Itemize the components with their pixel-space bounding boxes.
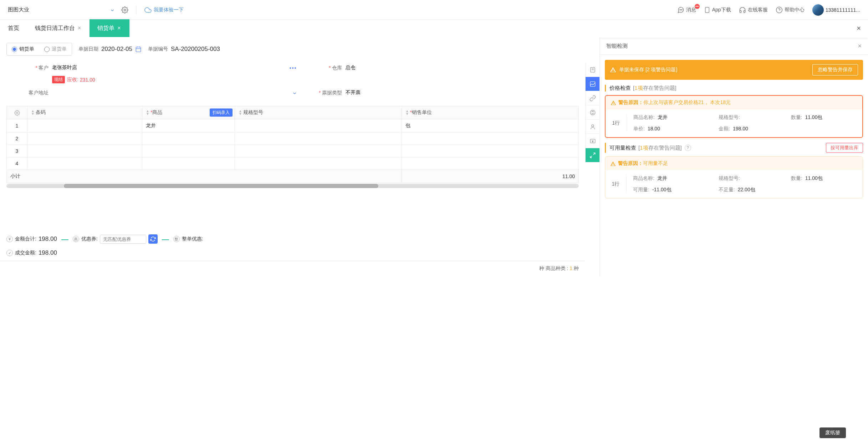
messages-link[interactable]: 消息 ••• <box>677 6 696 14</box>
items-table: ▲▼条码 ▲▼*商品扫码录入 ▲▼规格型号 ▲▼*销售单位 1 龙井 包2 3 … <box>6 106 579 183</box>
price-warning-header: 警告原因：你上次与该客户交易价格21， 本次18元 <box>606 96 862 109</box>
help-center-link[interactable]: 帮助中心 <box>776 6 805 14</box>
subtotal-label: 小计 <box>7 170 402 183</box>
kinds-label: 商品种类 : <box>546 265 568 271</box>
promo-link[interactable]: 我要体验一下 <box>144 6 184 14</box>
cell-unit[interactable] <box>402 145 578 157</box>
warning-icon <box>611 99 616 105</box>
cell-unit[interactable] <box>402 157 578 170</box>
amount-value: 198.00 <box>39 235 57 243</box>
sidebar-yen-icon[interactable] <box>586 134 599 148</box>
settle-tag: 现结 <box>52 76 65 83</box>
table-row[interactable]: 4 <box>7 157 579 170</box>
tab-sales[interactable]: 销货单 × <box>90 19 129 37</box>
tab-home[interactable]: 首页 <box>0 19 27 37</box>
sort-icon: ▲▼ <box>405 110 409 115</box>
user-menu[interactable]: 13381111111... <box>812 4 860 16</box>
cell-spec[interactable] <box>235 145 402 157</box>
cell-barcode[interactable] <box>27 119 142 133</box>
ignore-save-button[interactable]: 忽略警告并保存 <box>812 64 858 76</box>
sidebar-swap-icon[interactable] <box>586 105 599 120</box>
warehouse-input[interactable] <box>346 63 593 72</box>
help-icon[interactable]: ? <box>685 145 691 151</box>
cell-barcode[interactable] <box>27 157 142 170</box>
cell-spec[interactable] <box>235 119 402 133</box>
cell-unit[interactable] <box>402 133 578 145</box>
col-spec[interactable]: ▲▼规格型号 <box>235 106 402 119</box>
radio-return[interactable]: 退货单 <box>39 43 72 55</box>
cell-product[interactable] <box>142 157 235 170</box>
deal-value: 198.00 <box>39 249 57 256</box>
row-number: 1行 <box>606 114 627 132</box>
sidebar-chart-icon[interactable] <box>586 77 599 91</box>
radio-sales[interactable]: 销货单 <box>7 43 39 55</box>
sidebar-person-icon[interactable] <box>586 120 599 134</box>
kinds-value: 1 <box>570 265 572 271</box>
totals: ¥ 金额合计: 198.00 — 惠 优惠券: — 整 整单优惠: <box>0 230 585 261</box>
close-icon[interactable]: × <box>858 42 862 50</box>
col-settings[interactable] <box>7 106 27 119</box>
smart-check-panel: 智能检测 × 单据未保存 [2 项警告问题] 忽略警告并保存 价格检查 [1项存… <box>599 38 868 276</box>
scan-button[interactable]: 扫码录入 <box>210 109 233 117</box>
stock-warning-body: 1行 商品名称:龙井 规格型号: 数量:11.00包 可用量:-11.00包 不… <box>605 170 863 198</box>
close-icon[interactable]: × <box>117 25 121 31</box>
price-check-section: 价格检查 [1项存在警告问题] 警告原因：你上次与该客户交易价格21， 本次18… <box>605 85 863 138</box>
radio-sales-input[interactable] <box>12 47 17 52</box>
tab-dashboard[interactable]: 钱货日清工作台 × <box>27 19 90 37</box>
col-product[interactable]: ▲▼*商品扫码录入 <box>142 106 235 119</box>
table-row[interactable]: 3 <box>7 145 579 157</box>
cell-product[interactable] <box>142 133 235 145</box>
price-warning-body: 1行 商品名称:龙井 规格型号: 数量:11.00包 单价:18.00 金额:1… <box>606 109 862 137</box>
cell-spec[interactable] <box>235 157 402 170</box>
stock-action-button[interactable]: 按可用量出库 <box>826 143 863 153</box>
promo-text: 我要体验一下 <box>154 7 184 13</box>
panel-title: 智能检测 <box>606 43 628 50</box>
svg-rect-8 <box>136 47 141 52</box>
sidebar-doc-icon[interactable] <box>586 63 599 77</box>
cell-product[interactable] <box>142 145 235 157</box>
address-label: 客户地址 <box>6 90 52 96</box>
sidebar-link-icon[interactable] <box>586 91 599 105</box>
svg-point-3 <box>681 10 682 10</box>
address-input[interactable] <box>52 88 289 97</box>
close-icon[interactable]: × <box>77 25 82 31</box>
stock-warning-header: 警告原因：可用量不足 <box>605 157 863 170</box>
more-icon[interactable]: ••• <box>287 65 300 71</box>
messages-label: 消息 <box>686 7 696 13</box>
online-service-link[interactable]: 在线客服 <box>739 6 768 14</box>
invoice-input[interactable] <box>346 88 593 97</box>
number-value: SA-20200205-003 <box>171 46 220 53</box>
chevron-down-icon[interactable] <box>289 90 300 95</box>
app-download-link[interactable]: App下载 <box>704 6 731 14</box>
refresh-button[interactable] <box>148 234 158 244</box>
gear-icon[interactable] <box>121 6 128 14</box>
company-name: 图图大业 <box>8 6 29 13</box>
cell-barcode[interactable] <box>27 145 142 157</box>
horizontal-scrollbar[interactable] <box>6 184 579 188</box>
sidebar-expand-icon[interactable] <box>586 148 599 162</box>
cloud-icon <box>144 6 152 14</box>
divider <box>136 5 137 15</box>
customer-input[interactable] <box>52 63 287 72</box>
coupon-input[interactable] <box>100 235 146 244</box>
date-value[interactable]: 2020-02-05 <box>101 46 132 53</box>
receivable-label: 应收: <box>67 77 78 83</box>
table-row[interactable]: 1 龙井 包 <box>7 119 579 133</box>
col-barcode[interactable]: ▲▼条码 <box>27 106 142 119</box>
cell-product[interactable]: 龙井 <box>142 119 235 133</box>
calendar-icon[interactable] <box>135 46 142 53</box>
close-all-tabs[interactable]: × <box>849 24 868 32</box>
cell-barcode[interactable] <box>27 133 142 145</box>
row-index: 1 <box>7 119 27 133</box>
cell-unit[interactable]: 包 <box>402 119 578 133</box>
kinds-icon: 种 <box>539 265 544 272</box>
radio-return-input[interactable] <box>44 47 50 52</box>
radio-sales-label: 销货单 <box>19 46 34 52</box>
table-row[interactable]: 2 <box>7 133 579 145</box>
company-selector[interactable]: 图图大业 <box>8 6 115 13</box>
cell-spec[interactable] <box>235 133 402 145</box>
col-unit[interactable]: ▲▼*销售单位 <box>402 106 578 119</box>
amount-label: 金额合计: <box>15 236 36 242</box>
topbar: 图图大业 我要体验一下 消息 ••• App下载 <box>0 0 868 20</box>
avatar <box>812 4 824 16</box>
